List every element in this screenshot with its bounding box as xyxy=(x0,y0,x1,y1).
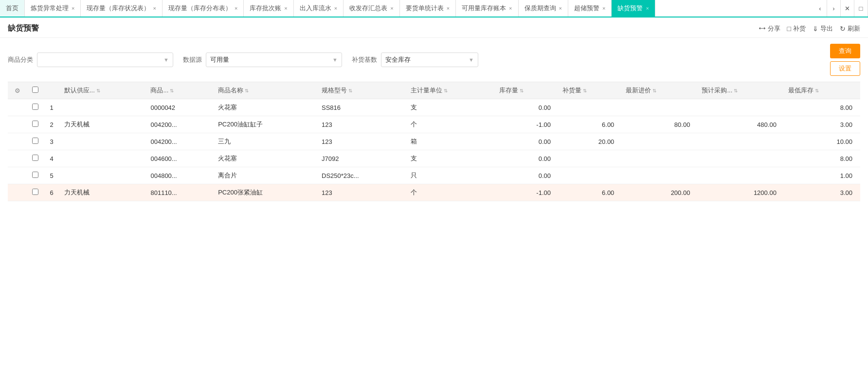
export-btn[interactable]: ⇓ 导出 xyxy=(813,24,833,33)
tab-close-shoufazun[interactable]: × xyxy=(390,5,393,11)
row-min-stock: 10.00 xyxy=(784,133,860,150)
row-checkbox-cell xyxy=(27,167,43,184)
datasource-label: 数据源 xyxy=(183,55,202,64)
row-latest-price: 200.00 xyxy=(622,184,698,201)
th-stock[interactable]: 库存量 ⇅ xyxy=(495,82,559,99)
th-est-purchase[interactable]: 预计采购... ⇅ xyxy=(698,82,784,99)
tab-close-xianzun1[interactable]: × xyxy=(153,5,156,11)
row-checkbox-cell xyxy=(27,116,43,133)
tab-label: 首页 xyxy=(6,4,18,13)
row-latest-price xyxy=(622,150,698,167)
row-est-purchase xyxy=(698,133,784,150)
tab-shoufazun[interactable]: 收发存汇总表× xyxy=(344,0,399,17)
row-checkbox-cell xyxy=(27,133,43,150)
tab-close-chaochun[interactable]: × xyxy=(602,5,605,11)
datasource-chevron-icon: ▼ xyxy=(332,57,338,63)
category-label: 商品分类 xyxy=(8,55,33,64)
th-min-stock[interactable]: 最低库存 ⇅ xyxy=(784,82,860,99)
th-spec[interactable]: 规格型号 ⇅ xyxy=(318,82,407,99)
tab-keyong[interactable]: 可用量库存账本× xyxy=(456,0,518,17)
replenish-select[interactable]: 安全库存 ▼ xyxy=(381,53,478,67)
tab-label: 库存批次账 xyxy=(250,4,281,13)
query-button[interactable]: 查询 xyxy=(830,44,860,58)
replenish-filter-group: 补货基数 安全库存 ▼ xyxy=(352,53,478,67)
row-num: 3 xyxy=(43,133,60,150)
tab-label: 出入库流水 xyxy=(300,4,331,13)
row-name: PC200张紧油缸 xyxy=(214,184,318,201)
row-est-purchase xyxy=(698,99,784,116)
data-table: ⚙ 默认供应... ⇅ 商品... xyxy=(8,82,860,201)
refresh-btn[interactable]: ↻ 刷新 xyxy=(840,24,860,33)
th-latest-price[interactable]: 最新进价 ⇅ xyxy=(622,82,698,99)
row-spec: J7092 xyxy=(318,150,407,167)
tab-close-churu[interactable]: × xyxy=(334,5,337,11)
tab-close-keyong[interactable]: × xyxy=(509,5,512,11)
th-replenish[interactable]: 补货量 ⇅ xyxy=(559,82,622,99)
sort-name-icon: ⇅ xyxy=(245,88,249,93)
row-checkbox[interactable] xyxy=(32,172,38,178)
row-supplier: 力天机械 xyxy=(60,184,146,201)
tab-yaohuo[interactable]: 要货单统计表× xyxy=(400,0,456,17)
tab-chaochun[interactable]: 超储预警× xyxy=(568,0,612,17)
row-replenish xyxy=(559,167,622,184)
sort-unit-icon: ⇅ xyxy=(444,88,448,93)
filter-action-btns: 查询 设置 xyxy=(830,44,860,76)
tab-lianhuo[interactable]: 炼货异常处理× xyxy=(25,0,81,17)
tab-label: 保质期查询 xyxy=(524,4,556,13)
row-gear xyxy=(8,116,27,133)
row-checkbox[interactable] xyxy=(32,189,38,195)
datasource-value: 可用量 xyxy=(210,55,229,64)
th-unit[interactable]: 主计量单位 ⇅ xyxy=(407,82,495,99)
tab-home[interactable]: 首页 xyxy=(0,0,25,17)
row-spec: SS816 xyxy=(318,99,407,116)
tab-xianzun2[interactable]: 现存量（库存分布表）× xyxy=(163,0,244,17)
tab-close-yaohuo[interactable]: × xyxy=(447,5,450,11)
row-num: 5 xyxy=(43,167,60,184)
category-select[interactable]: ▼ xyxy=(37,53,173,67)
tab-close-pipici[interactable]: × xyxy=(284,5,287,11)
row-replenish: 20.00 xyxy=(559,133,622,150)
row-checkbox-cell xyxy=(27,150,43,167)
tab-close-lianhuo[interactable]: × xyxy=(72,5,74,11)
tab-pipici[interactable]: 库存批次账× xyxy=(244,0,293,17)
row-checkbox[interactable] xyxy=(32,155,38,161)
settings-button[interactable]: 设置 xyxy=(830,61,860,76)
gear-icon[interactable]: ⚙ xyxy=(15,87,20,94)
th-name[interactable]: 商品名称 ⇅ xyxy=(214,82,318,99)
row-code: 0000042 xyxy=(146,99,214,116)
row-est-purchase: 1200.00 xyxy=(698,184,784,201)
th-code[interactable]: 商品... ⇅ xyxy=(146,82,214,99)
row-gear xyxy=(8,150,27,167)
category-chevron-icon: ▼ xyxy=(163,57,169,63)
tab-nav-prev[interactable]: ‹ xyxy=(814,0,827,17)
share-btn[interactable]: ⭤ 分享 xyxy=(759,24,780,33)
row-supplier xyxy=(60,99,146,116)
tab-quehuo[interactable]: 缺货预警× xyxy=(612,0,655,17)
tab-nav-next[interactable]: › xyxy=(827,0,841,17)
select-all-checkbox[interactable] xyxy=(32,87,38,93)
row-checkbox[interactable] xyxy=(32,104,38,110)
supply-icon: □ xyxy=(787,25,791,33)
datasource-select[interactable]: 可用量 ▼ xyxy=(206,53,342,67)
row-checkbox[interactable] xyxy=(32,121,38,127)
th-supplier[interactable]: 默认供应... ⇅ xyxy=(60,82,146,99)
tab-xianzun1[interactable]: 现存量（库存状况表）× xyxy=(81,0,162,17)
tab-close-all[interactable]: ✕ xyxy=(841,0,854,17)
tab-close-xianzun2[interactable]: × xyxy=(235,5,237,11)
row-checkbox[interactable] xyxy=(32,138,38,144)
tab-baozhi[interactable]: 保质期查询× xyxy=(519,0,568,17)
row-spec: 123 xyxy=(318,133,407,150)
supply-btn[interactable]: □ 补货 xyxy=(787,24,806,33)
row-stock: -1.00 xyxy=(495,116,559,133)
tab-close-baozhi[interactable]: × xyxy=(559,5,562,11)
row-name: 火花塞 xyxy=(214,99,318,116)
table-head: ⚙ 默认供应... ⇅ 商品... xyxy=(8,82,860,99)
tab-label: 可用量库存账本 xyxy=(462,4,506,13)
row-est-purchase xyxy=(698,150,784,167)
row-code: 004200... xyxy=(146,116,214,133)
tab-label: 现存量（库存分布表） xyxy=(168,4,232,13)
tab-restore[interactable]: □ xyxy=(854,0,868,17)
tab-close-quehuo[interactable]: × xyxy=(646,5,649,11)
tab-churu[interactable]: 出入库流水× xyxy=(294,0,344,17)
row-supplier xyxy=(60,150,146,167)
